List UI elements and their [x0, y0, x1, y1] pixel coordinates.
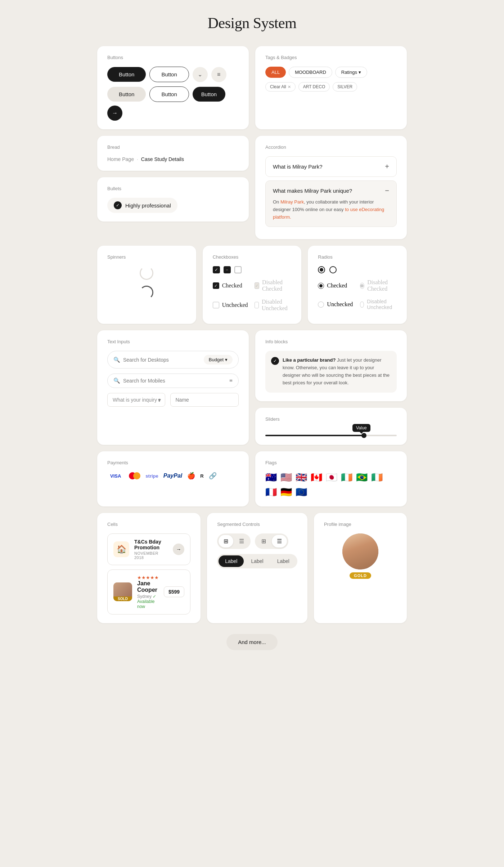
budget-chevron-icon: ▾ [225, 357, 228, 362]
filled-button[interactable]: Button [107, 67, 146, 82]
seg-label-btn-3[interactable]: Label [271, 555, 296, 567]
silver-text: SILVER [337, 84, 352, 89]
checkbox-checked-icon[interactable]: ✓ [213, 266, 220, 273]
tag-all[interactable]: ALL [265, 67, 286, 78]
lines-icon: ≡ [217, 71, 220, 78]
radio-disabled-unchecked-row: Disabled Unchecked [360, 299, 397, 310]
checkbox-disabled-checked-label: Disabled Checked [262, 279, 291, 292]
checkbox-checked-sm[interactable]: ✓ [213, 282, 219, 289]
flag-jp: 🇯🇵 [326, 472, 337, 483]
breadcrumb-current: Case Study Details [141, 156, 184, 162]
spinners-col [107, 266, 186, 299]
checkbox-unchecked-label: Unchecked [222, 302, 248, 308]
flags-label: Flags [265, 460, 397, 465]
slider-section: Value [265, 435, 397, 436]
radio-unchecked-sm[interactable] [318, 301, 324, 308]
promo-arrow-icon[interactable]: → [173, 544, 184, 555]
mastercard-logo [129, 472, 140, 479]
search-desktops-input[interactable] [123, 357, 201, 363]
search-icon-1: 🔍 [113, 357, 120, 363]
seg-label-btn-2[interactable]: Label [244, 555, 270, 567]
seg-btn-grid-active[interactable]: ⊞ [219, 535, 233, 548]
tag-clear-all[interactable]: Clear All ✕ [265, 82, 296, 91]
sliders-card: Sliders Value [255, 408, 407, 445]
checkbox-unchecked-sm[interactable] [213, 302, 219, 308]
checkboxes-label: Checkboxes [213, 254, 292, 260]
outline-button[interactable]: Button [149, 67, 189, 82]
radio-checked-row: Checked [318, 279, 355, 292]
spinner-2 [140, 286, 153, 299]
buttons-row-1: Button Button ⌄ ≡ [107, 67, 239, 82]
info-check-icon: ✓ [271, 357, 279, 365]
seg-row-1: ⊞ ☰ ⊞ ☰ [217, 533, 297, 549]
accordion-plus-icon: + [385, 162, 389, 171]
seg-control-1: ⊞ ☰ [217, 533, 251, 549]
sliders-label: Sliders [265, 416, 397, 422]
buttons-card: Buttons Button Button ⌄ ≡ Button Button … [97, 46, 249, 129]
radio-active-icon[interactable] [318, 266, 325, 273]
row-inputs-info: Text Inputs 🔍 Budget ▾ 🔍 ≡ What is your … [97, 330, 407, 444]
bread-bullets-col: Bread Home Page · Case Study Details Bul… [97, 136, 249, 239]
radio-checked-sm[interactable] [318, 283, 324, 289]
name-input[interactable] [170, 393, 239, 407]
breadcrumb-home[interactable]: Home Page [107, 156, 134, 162]
bullets-label: Bullets [107, 186, 239, 191]
budget-label: Budget [209, 357, 224, 362]
radios-card: Radios Checked Disabled Checked Unchecke… [308, 246, 407, 324]
row-buttons-tags: Buttons Button Button ⌄ ≡ Button Button … [97, 46, 407, 129]
radio-checked-label: Checked [327, 282, 347, 289]
budget-button[interactable]: Budget ▾ [204, 355, 233, 365]
radio-icons-row [318, 266, 397, 273]
flag-ie: 🇮🇪 [341, 472, 352, 483]
tag-silver[interactable]: SILVER [333, 82, 357, 91]
inquiry-select[interactable]: What is your inquiry about? [107, 393, 165, 407]
slider-tooltip: Value [352, 424, 370, 432]
seg-btn-grid-2[interactable]: ⊞ [256, 535, 271, 548]
checkbox-disabled-checked-sm: ✓ [255, 282, 259, 289]
segmented-label: Segmented Controls [217, 522, 297, 527]
seg-label-btn-1[interactable]: Label [219, 555, 244, 567]
accordion-title-1: What is Milray Park? [273, 164, 323, 170]
and-more-button[interactable]: And more... [226, 634, 278, 650]
dropdown-icon-button[interactable]: ⌄ [193, 67, 208, 82]
profile-img-container: GOLD [324, 533, 397, 579]
tag-moodboard[interactable]: MOODBOARD [289, 67, 332, 78]
radio-disabled-unchecked-label: Disabled Unchecked [367, 299, 397, 310]
light-button[interactable]: Button [107, 87, 146, 102]
checkboxes-card: Checkboxes ✓ − ✓ Checked ✓ Disabled Chec… [203, 246, 302, 324]
seg-control-2: ⊞ ☰ [255, 533, 288, 549]
accordion-header-2[interactable]: What makes Milray Park unique? − [273, 187, 389, 195]
tag-art-deco[interactable]: ART DECO [298, 82, 330, 91]
lines-icon-button[interactable]: ≡ [211, 67, 226, 82]
seg-btn-list[interactable]: ☰ [234, 535, 249, 548]
flag-eu: 🇪🇺 [296, 487, 307, 498]
cell-stars: ★★★★★ [137, 575, 159, 580]
accordion-header-1[interactable]: What is Milray Park? + [273, 162, 389, 171]
slider-thumb[interactable] [361, 433, 366, 438]
tag-ratings[interactable]: Ratings [335, 67, 367, 78]
paypal-logo: PayPal [163, 473, 182, 479]
info-blocks-label: Info blocks [265, 339, 397, 344]
checkbox-disabled-unchecked-label: Disabled Unchecked [262, 299, 291, 312]
filter-icon[interactable]: ≡ [229, 377, 233, 384]
link-icon: 🔗 [209, 472, 217, 480]
radio-empty-icon[interactable] [329, 266, 337, 273]
search-desktops-input-row: 🔍 Budget ▾ [107, 351, 239, 368]
checkbox-indeterminate-icon[interactable]: − [224, 266, 231, 273]
profile-badge: GOLD [350, 572, 371, 579]
clear-all-text: Clear All [270, 84, 286, 89]
radio-unchecked-row: Unchecked [318, 299, 355, 310]
checkbox-empty-icon[interactable] [234, 266, 242, 273]
search-mobiles-input[interactable] [123, 378, 226, 384]
inputs-bottom-row: What is your inquiry about? [107, 393, 239, 407]
revolut-logo: R [200, 473, 203, 479]
accordion-label: Accordion [265, 144, 397, 150]
dark-pill-button[interactable]: Button [193, 87, 225, 102]
accordion-link1[interactable]: Milray Park [280, 199, 304, 205]
outline-button-2[interactable]: Button [149, 86, 189, 102]
seg-btn-list-active[interactable]: ☰ [272, 535, 287, 548]
cell-location: Sydney ✓ Available now [137, 594, 159, 609]
chevron-down-icon: ⌄ [198, 71, 202, 78]
arrow-icon-button[interactable]: → [107, 106, 122, 121]
seg-label-row: Label Label Label [217, 554, 297, 568]
